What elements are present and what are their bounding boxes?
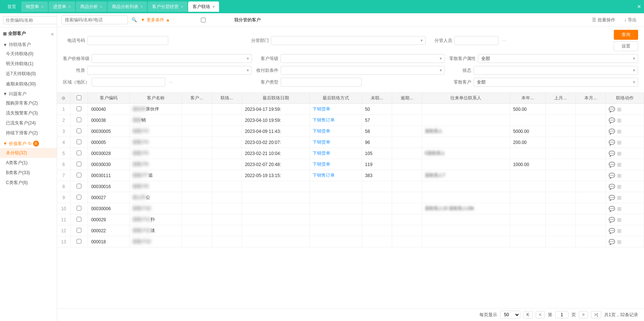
gear-icon[interactable]: ⚙ xyxy=(61,96,66,101)
sidebar-item-churned[interactable]: 已流失客户(24) xyxy=(0,118,57,128)
sidebar-item-declining[interactable]: 持续下滑客户(2) xyxy=(0,128,57,138)
tab-customer-tier[interactable]: 客户分层经营 × xyxy=(148,1,187,12)
row-checkbox[interactable] xyxy=(77,195,81,200)
row-checkbox[interactable] xyxy=(77,173,81,177)
grid-action-icon[interactable]: ⊞ xyxy=(617,217,622,223)
tab-goods-list-close[interactable]: × xyxy=(141,5,143,9)
cell-name[interactable]: 某客户5 xyxy=(129,148,182,159)
message-icon[interactable]: 💬 xyxy=(609,239,615,245)
cell-checkbox[interactable] xyxy=(70,225,88,236)
last-method-link[interactable]: 下销货单 xyxy=(313,106,330,112)
cell-name[interactable]: 某客户7追 xyxy=(129,170,182,181)
last-method-link[interactable]: 下销售订单 xyxy=(313,117,335,123)
cell-name[interactable]: 某客户13 xyxy=(129,236,182,247)
dept-select[interactable] xyxy=(271,36,426,45)
grid-action-icon[interactable]: ⊞ xyxy=(617,106,622,112)
grid-action-icon[interactable]: ⊞ xyxy=(617,151,622,156)
select-all-checkbox[interactable] xyxy=(77,95,81,100)
grid-action-icon[interactable]: ⊞ xyxy=(617,206,622,212)
grid-action-icon[interactable]: ⊞ xyxy=(617,228,622,234)
cell-last-method[interactable] xyxy=(310,181,362,192)
retail-attr-select[interactable]: 全部 xyxy=(478,54,638,63)
cell-last-method[interactable] xyxy=(310,214,362,225)
sidebar-item-overdue[interactable]: 逾期未联络(30) xyxy=(0,79,57,89)
grid-action-icon[interactable]: ⊞ xyxy=(617,239,622,245)
price-tier-select[interactable] xyxy=(92,54,252,63)
search-icon[interactable]: 🔍 xyxy=(131,17,137,22)
per-page-select[interactable]: 50 100 xyxy=(500,311,520,319)
cell-name[interactable]: 某客户3 xyxy=(129,126,182,137)
payment-select[interactable] xyxy=(281,66,445,75)
sidebar-item-churn-warning[interactable]: 流失预警客户(3) xyxy=(0,108,57,118)
grid-action-icon[interactable]: ⊞ xyxy=(617,117,622,123)
grid-action-icon[interactable]: ⊞ xyxy=(617,173,622,179)
sidebar-item-today[interactable]: 今天待联络(0) xyxy=(0,49,57,59)
cell-checkbox[interactable] xyxy=(70,137,88,148)
cell-checkbox[interactable] xyxy=(70,170,88,181)
more-conditions-btn[interactable]: ▼ 更多条件 ▲ xyxy=(141,17,170,23)
cell-last-method[interactable]: 下销售订单 xyxy=(310,170,362,181)
query-button[interactable]: 查询 xyxy=(614,30,638,40)
refresh-icon[interactable]: ↻ xyxy=(28,141,32,146)
message-icon[interactable]: 💬 xyxy=(609,195,615,201)
tab-customer-contact[interactable]: 客户联络 × xyxy=(188,1,219,12)
cell-checkbox[interactable] xyxy=(70,148,88,159)
message-icon[interactable]: 💬 xyxy=(609,151,615,156)
phone-input[interactable] xyxy=(87,36,168,45)
message-icon[interactable]: 💬 xyxy=(609,106,615,112)
batch-ops-btn[interactable]: ☰ 批量操作 xyxy=(589,16,618,24)
cell-name[interactable]: 某公司公 xyxy=(129,192,182,203)
cell-checkbox[interactable] xyxy=(70,192,88,203)
window-close-icon[interactable]: × xyxy=(637,3,641,11)
staff-more-icon[interactable]: ··· xyxy=(501,38,507,43)
last-method-link[interactable]: 下销货单 xyxy=(313,151,330,156)
cell-name[interactable]: 某客户10 xyxy=(129,203,182,214)
sidebar-group-pending[interactable]: ▼ 待联络客户 xyxy=(0,40,57,49)
cell-checkbox[interactable] xyxy=(70,214,88,225)
grid-action-icon[interactable]: ⊞ xyxy=(617,128,622,134)
message-icon[interactable]: 💬 xyxy=(609,117,615,123)
region-more-icon[interactable]: ··· xyxy=(168,80,174,85)
set-button[interactable]: 设置 xyxy=(614,41,638,51)
row-checkbox[interactable] xyxy=(77,239,81,244)
sidebar-item-class-c[interactable]: C类客户(6) xyxy=(0,178,57,188)
grid-action-icon[interactable]: ⊞ xyxy=(617,195,622,201)
row-checkbox[interactable] xyxy=(77,162,81,166)
message-icon[interactable]: 💬 xyxy=(609,228,615,234)
message-icon[interactable]: 💬 xyxy=(609,217,615,223)
cell-name[interactable]: 某客户6 xyxy=(129,159,182,170)
cell-checkbox[interactable] xyxy=(70,115,88,126)
last-method-link[interactable]: 下销货单 xyxy=(313,128,330,134)
cell-name[interactable]: 某客户4 xyxy=(129,137,182,148)
message-icon[interactable]: 💬 xyxy=(609,140,615,145)
sidebar-item-class-b[interactable]: B类客户(33) xyxy=(0,168,57,178)
grid-action-icon[interactable]: ⊞ xyxy=(617,140,622,145)
cell-name[interactable]: 某客户11扑 xyxy=(129,214,182,225)
tab-sales[interactable]: 销货单 × xyxy=(21,1,48,12)
tab-sales-close[interactable]: × xyxy=(41,5,43,9)
cell-name[interactable]: 某客户12淡 xyxy=(129,225,182,236)
cell-checkbox[interactable] xyxy=(70,159,88,170)
row-checkbox[interactable] xyxy=(77,228,81,233)
tab-home[interactable]: 首页 xyxy=(3,1,21,12)
sidebar-group-problem[interactable]: ▼ 问题客户 xyxy=(0,89,57,98)
sidebar-item-ungroup[interactable]: 未分组(32) xyxy=(0,148,57,158)
message-icon[interactable]: 💬 xyxy=(609,162,615,167)
status-select[interactable] xyxy=(474,66,638,75)
first-page-btn[interactable]: K xyxy=(523,311,533,318)
retail-customer-select[interactable]: 全部 xyxy=(474,78,638,87)
row-checkbox[interactable] xyxy=(77,151,81,155)
page-input[interactable] xyxy=(555,311,569,318)
cell-last-method[interactable]: 下销货单 xyxy=(310,104,362,115)
cell-name[interactable]: 某销销 xyxy=(129,115,182,126)
tab-purchase[interactable]: 进货单 × xyxy=(49,1,75,12)
cell-last-method[interactable] xyxy=(310,192,362,203)
last-method-link[interactable]: 下销货单 xyxy=(313,162,330,167)
search-input[interactable] xyxy=(61,15,128,24)
sidebar-item-7days[interactable]: 近7天待联络(0) xyxy=(0,69,57,79)
cell-last-method[interactable]: 下销货单 xyxy=(310,126,362,137)
row-checkbox[interactable] xyxy=(77,206,81,211)
cell-checkbox[interactable] xyxy=(70,203,88,214)
tab-purchase-close[interactable]: × xyxy=(68,5,71,9)
last-page-btn[interactable]: >| xyxy=(591,311,601,318)
